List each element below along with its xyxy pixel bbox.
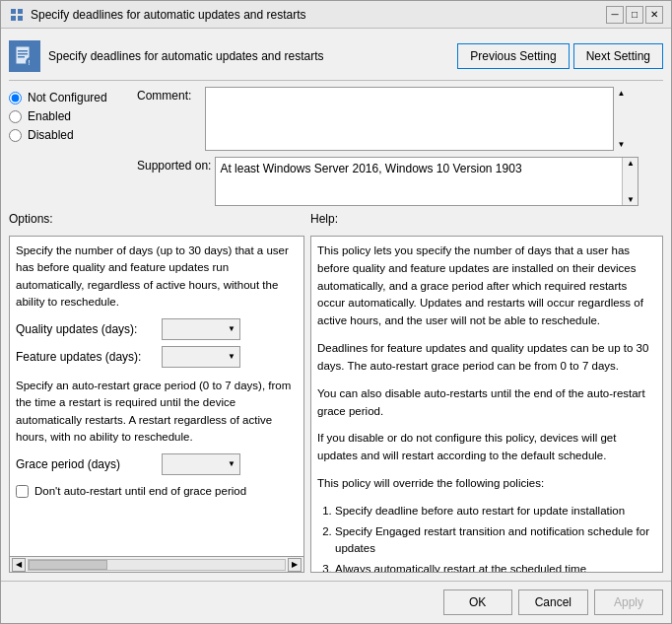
feature-arrow: ▼ — [228, 351, 235, 363]
svg-point-8 — [26, 57, 35, 67]
two-panels: Specify the number of days (up to 30 day… — [9, 236, 663, 573]
supported-row: Supported on: At least Windows Server 20… — [137, 157, 663, 206]
cancel-button[interactable]: Cancel — [518, 589, 588, 615]
options-inner: Specify the number of days (up to 30 day… — [16, 243, 298, 500]
options-panel: Specify the number of days (up to 30 day… — [9, 236, 304, 573]
title-bar-left: Specify deadlines for automatic updates … — [9, 7, 306, 23]
disabled-option[interactable]: Disabled — [9, 128, 137, 142]
scroll-up-arrow[interactable]: ▲ — [618, 89, 626, 98]
grace-arrow: ▼ — [228, 458, 235, 470]
top-section: Not Configured Enabled Disabled Comment: — [9, 87, 663, 206]
svg-rect-2 — [11, 16, 16, 21]
help-list-item-3: Always automatically restart at the sche… — [335, 561, 656, 572]
help-content: This policy lets you specify the number … — [311, 237, 662, 572]
scroll-down-arrow[interactable]: ▼ — [618, 140, 626, 149]
svg-rect-7 — [18, 56, 25, 58]
settings-icon — [9, 7, 25, 23]
previous-setting-button[interactable]: Previous Setting — [457, 43, 569, 69]
hscroll-left-arrow[interactable]: ◀ — [12, 558, 26, 572]
svg-rect-0 — [11, 9, 16, 14]
maximize-button[interactable]: □ — [626, 6, 643, 24]
hscroll-thumb — [29, 560, 107, 570]
supported-text: At least Windows Server 2016, Windows 10… — [216, 158, 622, 205]
help-panel: This policy lets you specify the number … — [310, 236, 663, 573]
supported-scroll-up[interactable]: ▲ — [627, 159, 635, 168]
feature-label: Feature updates (days): — [16, 348, 154, 366]
enabled-option[interactable]: Enabled — [9, 109, 137, 123]
grace-label: Grace period (days) — [16, 455, 154, 473]
svg-rect-5 — [18, 50, 28, 52]
main-window: Specify deadlines for automatic updates … — [0, 0, 672, 624]
checkbox-row[interactable]: Don't auto-restart until end of grace pe… — [16, 483, 298, 500]
window-title: Specify deadlines for automatic updates … — [31, 8, 306, 22]
quality-dropdown[interactable]: ▼ — [162, 318, 240, 340]
help-para-2: Deadlines for feature updates and qualit… — [317, 340, 656, 376]
dialog-title: Specify deadlines for automatic updates … — [48, 49, 324, 63]
help-para-4: If you disable or do not configure this … — [317, 430, 656, 465]
title-bar: Specify deadlines for automatic updates … — [1, 1, 671, 29]
header-row: ! Specify deadlines for automatic update… — [9, 36, 663, 81]
not-configured-radio[interactable] — [9, 92, 22, 104]
disabled-radio[interactable] — [9, 129, 22, 142]
help-list: Specify deadline before auto restart for… — [335, 503, 656, 572]
supported-scrollbar: ▲ ▼ — [622, 158, 638, 205]
svg-rect-6 — [18, 53, 28, 55]
options-hscrollbar: ◀ ▶ — [10, 556, 303, 572]
policy-icon: ! — [9, 40, 40, 72]
checkbox-label: Don't auto-restart until end of grace pe… — [34, 483, 246, 500]
comment-scrollbar: ▲ ▼ — [613, 87, 629, 151]
next-setting-button[interactable]: Next Setting — [573, 43, 663, 69]
not-configured-option[interactable]: Not Configured — [9, 91, 137, 104]
content-area: ! Specify deadlines for automatic update… — [1, 29, 671, 581]
auto-restart-checkbox[interactable] — [16, 485, 29, 498]
help-list-item-1: Specify deadline before auto restart for… — [335, 503, 656, 520]
feature-field-row: Feature updates (days): ▼ — [16, 346, 298, 368]
disabled-label: Disabled — [28, 128, 74, 142]
comment-label: Comment: — [137, 87, 201, 103]
svg-rect-3 — [18, 16, 23, 21]
feature-dropdown[interactable]: ▼ — [162, 346, 240, 368]
apply-button[interactable]: Apply — [594, 589, 663, 615]
grace-dropdown[interactable]: ▼ — [162, 453, 240, 475]
options-desc1: Specify the number of days (up to 30 day… — [16, 243, 298, 311]
quality-field-row: Quality updates (days): ▼ — [16, 318, 298, 340]
options-desc2: Specify an auto-restart grace period (0 … — [16, 378, 298, 446]
svg-text:!: ! — [29, 58, 31, 67]
grace-field-row: Grace period (days) ▼ — [16, 453, 298, 475]
header-left: ! Specify deadlines for automatic update… — [9, 40, 324, 72]
window-controls: ─ □ ✕ — [606, 6, 663, 24]
minimize-button[interactable]: ─ — [606, 6, 624, 24]
enabled-label: Enabled — [28, 109, 71, 123]
supported-label: Supported on: — [137, 157, 211, 173]
help-para-1: This policy lets you specify the number … — [317, 243, 656, 330]
ok-button[interactable]: OK — [443, 589, 512, 615]
help-title: Help: — [310, 212, 663, 226]
right-column: Comment: ▲ ▼ Supported on: At least Wind… — [137, 87, 663, 206]
radio-column: Not Configured Enabled Disabled — [9, 87, 137, 206]
quality-label: Quality updates (days): — [16, 320, 154, 338]
supported-field: At least Windows Server 2016, Windows 10… — [215, 157, 638, 206]
comment-row: Comment: ▲ ▼ — [137, 87, 663, 151]
not-configured-label: Not Configured — [28, 91, 107, 104]
help-list-item-2: Specify Engaged restart transition and n… — [335, 523, 656, 559]
help-para-5: This policy will override the following … — [317, 475, 656, 493]
hscroll-track[interactable] — [28, 559, 286, 571]
comment-field-wrap: ▲ ▼ — [205, 87, 629, 151]
hscroll-right-arrow[interactable]: ▶ — [288, 558, 302, 572]
panel-title-row: Options: Help: — [9, 212, 663, 226]
help-para-3: You can also disable auto-restarts until… — [317, 385, 656, 421]
quality-arrow: ▼ — [228, 323, 235, 335]
supported-scroll-down[interactable]: ▼ — [627, 195, 635, 204]
svg-rect-1 — [18, 9, 23, 14]
navigation-buttons: Previous Setting Next Setting — [457, 43, 663, 69]
options-content: Specify the number of days (up to 30 day… — [10, 237, 303, 556]
enabled-radio[interactable] — [9, 110, 22, 123]
options-title: Options: — [9, 212, 304, 226]
footer: OK Cancel Apply — [1, 581, 671, 623]
comment-input[interactable] — [205, 87, 629, 151]
close-button[interactable]: ✕ — [645, 6, 663, 24]
